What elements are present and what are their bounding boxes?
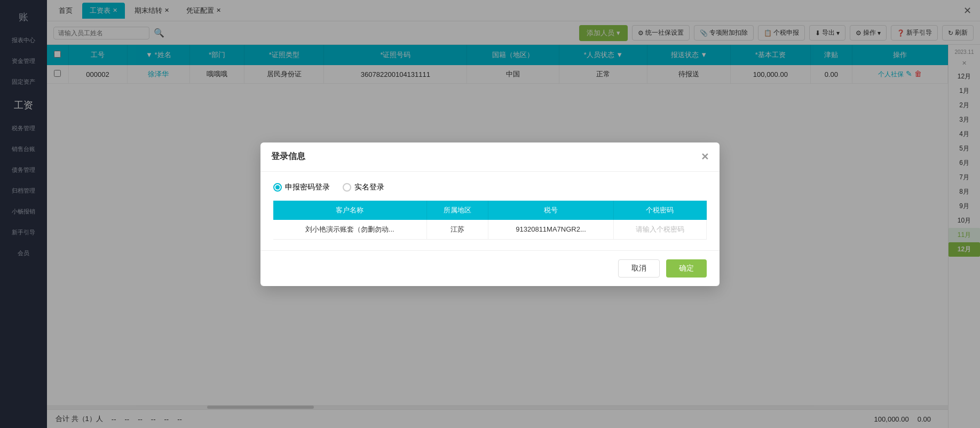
login-dialog: 登录信息 ✕ 申报密码登录 实名登录 客户名称 xyxy=(260,142,720,286)
col-tax-id: 税号 xyxy=(488,201,614,220)
confirm-button[interactable]: 确定 xyxy=(666,259,707,278)
col-client-name: 客户名称 xyxy=(273,201,426,220)
login-method-group: 申报密码登录 实名登录 xyxy=(273,183,707,192)
tax-id-cell: 91320811MA7NGR2... xyxy=(488,220,614,240)
dialog-body: 申报密码登录 实名登录 客户名称 所属地区 xyxy=(260,172,720,250)
cancel-button[interactable]: 取消 xyxy=(618,259,660,278)
dialog-close-icon[interactable]: ✕ xyxy=(701,151,709,163)
client-row: 刘小艳演示账套（勿删勿动... 江苏 91320811MA7NGR2... 请输… xyxy=(273,220,707,240)
dialog-overlay: 登录信息 ✕ 申报密码登录 实名登录 客户名称 xyxy=(0,0,980,428)
radio-password-login[interactable]: 申报密码登录 xyxy=(273,183,330,192)
dialog-title: 登录信息 xyxy=(271,151,305,162)
radio-password-icon xyxy=(273,183,282,192)
radio-realname-icon xyxy=(343,183,351,192)
dialog-footer: 取消 确定 xyxy=(260,250,720,286)
dialog-header: 登录信息 ✕ xyxy=(260,142,720,172)
col-region: 所属地区 xyxy=(426,201,488,220)
password-cell: 请输入个税密码 xyxy=(613,220,706,240)
region-cell: 江苏 xyxy=(426,220,488,240)
radio-realname-login[interactable]: 实名登录 xyxy=(343,183,384,192)
col-tax-password: 个税密码 xyxy=(613,201,706,220)
client-table: 客户名称 所属地区 税号 个税密码 xyxy=(273,201,707,240)
client-name-cell: 刘小艳演示账套（勿删勿动... xyxy=(273,220,426,240)
